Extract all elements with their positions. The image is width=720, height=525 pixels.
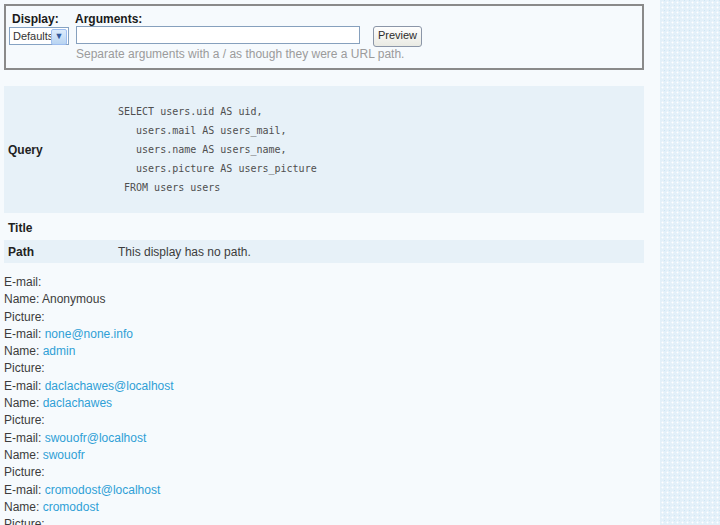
arguments-input[interactable] (76, 26, 360, 44)
name-field-label: Name: (4, 396, 39, 410)
email-field-label: E-mail: (4, 379, 41, 393)
email-field-label: E-mail: (4, 431, 41, 445)
name-link[interactable]: daclachawes (43, 396, 112, 410)
path-row: Path This display has no path. (4, 240, 644, 263)
results-list: E-mail:Name: AnonymousPicture:E-mail: no… (4, 274, 644, 525)
name-field-label: Name: (4, 448, 39, 462)
result-row: E-mail:Name: AnonymousPicture: (4, 274, 644, 326)
email-field-label: E-mail: (4, 327, 41, 341)
name-line: Name: cromodost (4, 499, 644, 516)
preview-content: Display: Defaults ▼ Arguments: Preview S… (0, 0, 660, 525)
email-line: E-mail: none@none.info (4, 326, 644, 343)
title-row: Title (4, 216, 644, 240)
path-label: Path (4, 245, 118, 259)
query-sql: SELECT users.uid AS uid, users.mail AS u… (118, 102, 317, 197)
email-link[interactable]: swouofr@localhost (45, 431, 147, 445)
name-value: Anonymous (42, 292, 105, 306)
email-link[interactable]: cromodost@localhost (45, 483, 161, 497)
email-line: E-mail: cromodost@localhost (4, 482, 644, 499)
picture-line: Picture: (4, 464, 644, 481)
picture-field-label: Picture: (4, 517, 45, 525)
display-label: Display: (12, 12, 59, 26)
name-line: Name: daclachawes (4, 395, 644, 412)
views-preview-page: Display: Defaults ▼ Arguments: Preview S… (0, 0, 720, 525)
name-link[interactable]: admin (43, 344, 76, 358)
display-select[interactable]: Defaults ▼ (9, 27, 69, 45)
chevron-down-icon: ▼ (51, 29, 67, 45)
query-row: Query SELECT users.uid AS uid, users.mai… (4, 86, 644, 213)
name-link[interactable]: cromodost (43, 500, 99, 514)
picture-field-label: Picture: (4, 413, 45, 427)
picture-line: Picture: (4, 516, 644, 525)
live-preview-form: Display: Defaults ▼ Arguments: Preview S… (4, 4, 644, 70)
email-link[interactable]: daclachawes@localhost (45, 379, 174, 393)
result-row: E-mail: none@none.infoName: adminPicture… (4, 326, 644, 378)
arguments-help-text: Separate arguments with a / as though th… (76, 47, 404, 61)
result-row: E-mail: cromodost@localhostName: cromodo… (4, 482, 644, 525)
name-field-label: Name: (4, 292, 39, 306)
name-link[interactable]: swouofr (43, 448, 85, 462)
email-line: E-mail: daclachawes@localhost (4, 378, 644, 395)
result-row: E-mail: swouofr@localhostName: swouofrPi… (4, 430, 644, 482)
picture-field-label: Picture: (4, 310, 45, 324)
picture-line: Picture: (4, 360, 644, 377)
name-line: Name: swouofr (4, 447, 644, 464)
name-field-label: Name: (4, 344, 39, 358)
result-row: E-mail: daclachawes@localhostName: dacla… (4, 378, 644, 430)
theme-background-margin (660, 0, 720, 525)
display-select-value: Defaults (13, 30, 53, 42)
email-field-label: E-mail: (4, 483, 41, 497)
email-line: E-mail: swouofr@localhost (4, 430, 644, 447)
picture-field-label: Picture: (4, 465, 45, 479)
email-link[interactable]: none@none.info (45, 327, 133, 341)
arguments-label: Arguments: (75, 12, 142, 26)
email-line: E-mail: (4, 274, 644, 291)
name-field-label: Name: (4, 500, 39, 514)
title-label: Title (4, 221, 32, 235)
email-field-label: E-mail: (4, 275, 41, 289)
preview-button[interactable]: Preview (373, 26, 422, 47)
path-value: This display has no path. (118, 245, 251, 259)
query-label: Query (4, 143, 118, 157)
name-line: Name: Anonymous (4, 291, 644, 308)
picture-line: Picture: (4, 412, 644, 429)
name-line: Name: admin (4, 343, 644, 360)
picture-field-label: Picture: (4, 361, 45, 375)
picture-line: Picture: (4, 309, 644, 326)
